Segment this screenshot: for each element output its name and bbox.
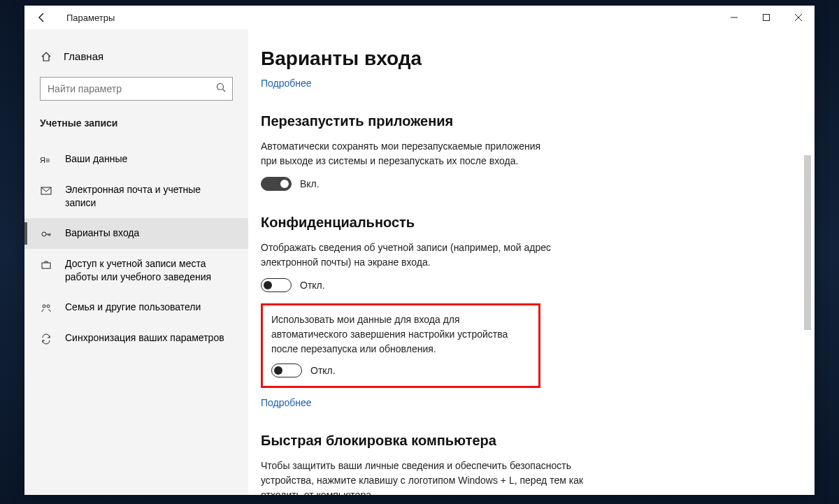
privacy-heading: Конфиденциальность [261,215,787,231]
sidebar-item-work-access[interactable]: Доступ к учетной записи места работы или… [24,249,248,292]
sidebar-item-label: Синхронизация ваших параметров [65,331,233,345]
sidebar-item-sync[interactable]: Синхронизация ваших параметров [24,323,248,354]
sidebar-item-label: Ваши данные [65,152,233,166]
use-signin-toggle-state: Откл. [310,365,336,376]
home-icon [40,50,52,63]
show-account-toggle-state: Откл. [300,280,325,291]
search-input[interactable] [40,77,233,101]
window-title: Параметры [66,13,115,23]
sidebar-item-label: Варианты входа [65,226,233,240]
page-title: Варианты входа [261,48,787,70]
restart-apps-toggle-state: Вкл. [300,178,320,189]
briefcase-icon [40,259,52,271]
home-nav[interactable]: Главная [24,43,248,69]
show-account-toggle[interactable] [261,278,292,292]
sidebar: Главная Учетные записи Я≡ Ваши данные [24,29,248,495]
svg-text:Я≡: Я≡ [40,156,50,164]
home-label: Главная [64,50,103,62]
svg-rect-5 [42,263,50,268]
minimize-button[interactable] [718,6,750,29]
arrow-left-icon [36,12,48,23]
content-pane: Варианты входа Подробнее Перезапустить п… [248,29,815,495]
sidebar-nav: Я≡ Ваши данные Электронная почта и учетн… [24,137,248,354]
sidebar-item-email[interactable]: Электронная почта и учетные записи [24,175,248,218]
show-account-desc: Отображать сведения об учетной записи (н… [261,240,554,270]
sidebar-item-signin-options[interactable]: Варианты входа [24,218,248,249]
scroll-thumb[interactable] [804,155,811,330]
restart-apps-desc: Автоматически сохранять мои перезапускае… [261,139,554,168]
close-button[interactable] [782,6,815,29]
sidebar-item-label: Электронная почта и учетные записи [65,183,233,210]
svg-point-7 [47,305,50,308]
sidebar-item-label: Семья и другие пользователи [65,301,233,314]
sidebar-item-your-info[interactable]: Я≡ Ваши данные [24,144,248,175]
profile-icon: Я≡ [40,154,52,166]
sidebar-item-label: Доступ к учетной записи места работы или… [65,257,233,284]
content-scrollbar[interactable] [803,29,812,495]
restart-apps-heading: Перезапустить приложения [261,113,787,129]
settings-window: Параметры Главная [24,6,815,495]
restart-apps-toggle[interactable] [261,177,292,191]
svg-point-6 [43,305,45,308]
lock-heading: Быстрая блокировка компьютера [261,433,787,449]
key-icon [40,228,52,240]
search-icon [216,82,226,92]
learn-more-link-privacy[interactable]: Подробнее [261,397,312,408]
sidebar-item-family[interactable]: Семья и другие пользователи [24,292,248,323]
svg-point-4 [42,232,46,236]
close-icon [795,14,802,21]
use-signin-desc: Использовать мои данные для входа для ав… [271,312,530,357]
lock-desc: Чтобы защитить ваши личные сведения и об… [261,459,624,495]
back-button[interactable] [30,6,54,29]
use-signin-toggle[interactable] [271,363,302,377]
svg-point-1 [217,84,224,90]
minimize-icon [731,14,738,21]
sidebar-section-header: Учетные записи [24,113,248,137]
maximize-button[interactable] [750,6,782,29]
maximize-icon [763,14,770,21]
family-icon [40,302,52,315]
highlighted-setting: Использовать мои данные для входа для ав… [261,303,540,388]
sync-icon [40,333,52,345]
svg-rect-0 [763,15,770,21]
learn-more-link-top[interactable]: Подробнее [261,78,312,89]
titlebar: Параметры [24,6,815,29]
mail-icon [40,185,52,197]
